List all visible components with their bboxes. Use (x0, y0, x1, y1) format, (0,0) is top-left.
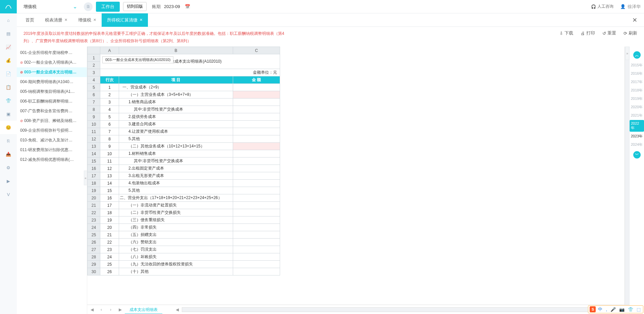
cell-seq[interactable]: 3 (100, 99, 119, 106)
period-value[interactable]: 2023-09 (164, 4, 180, 9)
horizontal-scrollbar[interactable]: ◀▶ (172, 307, 629, 312)
year-item[interactable]: 2017年 (631, 78, 643, 86)
form-list-item[interactable]: ⊘003-一般企业成本支出明细… (17, 67, 87, 77)
cell-project[interactable]: 4.让渡资产使用权成本 (119, 128, 233, 135)
year-item[interactable]: 2024年 (631, 141, 643, 148)
cell-seq[interactable]: 4 (100, 106, 119, 113)
row-2[interactable]: 2 (88, 62, 100, 69)
cell-project[interactable]: 3.出租无形资产成本 (119, 172, 233, 180)
row-header[interactable]: 30 (88, 268, 100, 275)
form-list-item[interactable]: 009-企业所得税弥补亏损明… (17, 126, 87, 135)
row-header[interactable]: 27 (88, 246, 100, 253)
calendar-icon[interactable]: 📅 (185, 4, 190, 9)
cell-project[interactable]: 二、营业外支出（17+18+19+20+21+22+23+24+25+26） (119, 194, 233, 202)
cell-amount[interactable] (233, 261, 280, 268)
year-item[interactable]: 2021年 (631, 112, 643, 119)
cell-amount[interactable] (233, 209, 280, 216)
cell-project[interactable]: 5.其他 (119, 187, 233, 194)
nav-money-icon[interactable]: 💰 (0, 54, 17, 67)
form-list-item[interactable]: 012-减免所得税优惠明细表(… (17, 155, 87, 165)
row-header[interactable]: 14 (88, 150, 100, 158)
row-header[interactable]: 15 (88, 158, 100, 165)
year-up-icon[interactable]: ︽ (633, 51, 641, 59)
cell-seq[interactable]: 21 (100, 231, 119, 239)
row-header[interactable]: 13 (88, 143, 100, 150)
tab-税表清册[interactable]: 税表清册✕ (40, 13, 73, 27)
cell-seq[interactable]: 22 (100, 239, 119, 246)
form-list-item[interactable]: ⊘002-一般企业收入明细表(A… (17, 58, 87, 67)
sheet-scroll[interactable]: A B C 1 003-一般企业成本支出明细表(A102010) 一般企业成本支… (87, 47, 629, 305)
row-header[interactable]: 26 (88, 239, 100, 246)
nav-ledger-icon[interactable]: ▤ (0, 27, 17, 40)
form-list-item[interactable]: 005-纳税调整项目明细表(A1… (17, 87, 87, 97)
cell-seq[interactable]: 16 (100, 194, 119, 202)
cell-project[interactable]: 4.包装物出租成本 (119, 180, 233, 187)
row-header[interactable]: 8 (88, 106, 100, 113)
cell-seq[interactable]: 19 (100, 216, 119, 224)
cell-project[interactable]: （二）其他业务成本（10+12+13+14+15） (119, 143, 233, 150)
sheet-tab[interactable]: 成本支出明细表 (125, 305, 162, 314)
cell-project[interactable]: （八）坏账损失 (119, 253, 233, 261)
nav-window-icon[interactable]: ▣ (0, 107, 17, 121)
row-header[interactable]: 28 (88, 253, 100, 261)
nav-doc-icon[interactable]: 📄 (0, 67, 17, 80)
cell-amount[interactable] (233, 231, 280, 239)
tab-所得税汇算清缴[interactable]: 所得税汇算清缴✕ (102, 13, 148, 27)
cell-amount[interactable] (233, 143, 280, 150)
cell-project[interactable]: （四）非常损失 (119, 224, 233, 231)
ime-camera-icon[interactable]: 📷 (618, 307, 626, 312)
refresh-button[interactable]: ⟳刷新 (624, 30, 637, 36)
old-version-button[interactable]: 切到旧版 (123, 2, 147, 11)
close-icon[interactable]: ✕ (93, 18, 96, 22)
cell-seq[interactable]: 5 (100, 113, 119, 121)
cell-amount[interactable] (233, 158, 280, 165)
cell-amount[interactable] (233, 253, 280, 261)
ime-piece[interactable]: 中 (597, 306, 603, 312)
year-item[interactable]: 2016年 (631, 70, 643, 77)
col-a[interactable]: A (100, 47, 119, 54)
cell-project[interactable]: （一）主营业务成本（3+5+6+7+8） (119, 91, 233, 99)
app-logo[interactable] (0, 0, 17, 13)
cell-amount[interactable] (233, 194, 280, 202)
cell-seq[interactable]: 1 (100, 84, 119, 91)
year-item[interactable]: 2015年 (631, 61, 643, 69)
cell-seq[interactable]: 12 (100, 165, 119, 172)
cell-seq[interactable]: 10 (100, 150, 119, 158)
row-header[interactable]: 10 (88, 121, 100, 128)
row-header[interactable]: 12 (88, 135, 100, 143)
nav-v-icon[interactable]: V (0, 188, 17, 201)
row-header[interactable]: 22 (88, 209, 100, 216)
cell-amount[interactable] (233, 99, 280, 106)
cell-project[interactable]: 3.建造合同成本 (119, 121, 233, 128)
ime-piece[interactable]: , (605, 307, 608, 312)
form-list-item[interactable]: 010-免税、减计收入及加计… (17, 135, 87, 145)
sheet-nav-prev[interactable]: ‹ (97, 307, 106, 312)
cell-amount[interactable] (233, 246, 280, 253)
cell-amount[interactable] (233, 165, 280, 172)
form-list-item[interactable]: ⊘008-资产折旧、摊销及纳税… (17, 116, 87, 126)
cell-amount[interactable] (233, 128, 280, 135)
sheet-nav-last[interactable]: ▶ (115, 307, 125, 312)
row-3[interactable]: 3 (88, 69, 100, 76)
cell-seq[interactable]: 17 (100, 202, 119, 209)
year-item[interactable]: 2019年 (631, 95, 643, 103)
cell-seq[interactable]: 24 (100, 253, 119, 261)
cell-project[interactable]: 1.销售商品成本 (119, 99, 233, 106)
tabs-close-all[interactable]: ✕ (632, 16, 641, 24)
cell-project[interactable]: （三）债务重组损失 (119, 216, 233, 224)
consult-link[interactable]: 🎧 人工咨询 (591, 4, 613, 9)
cell-seq[interactable]: 18 (100, 209, 119, 216)
year-down-icon[interactable]: ︾ (633, 151, 641, 159)
year-item[interactable]: 2018年 (631, 86, 643, 94)
cell-project[interactable]: （九）无法收回的债券股权投资损失 (119, 261, 233, 268)
cell-amount[interactable] (233, 187, 280, 194)
row-header[interactable]: 11 (88, 128, 100, 135)
cell-amount[interactable] (233, 91, 280, 99)
module-dropdown[interactable]: 增值税 ⌄ (20, 3, 80, 10)
year-item[interactable]: 2023年 (631, 132, 643, 140)
cell-amount[interactable] (233, 268, 280, 275)
cell-amount[interactable] (233, 84, 280, 91)
form-list-item[interactable]: 004-期间费用明细表(A1040… (17, 77, 87, 87)
cell-seq[interactable]: 25 (100, 261, 119, 268)
cell-seq[interactable]: 6 (100, 121, 119, 128)
